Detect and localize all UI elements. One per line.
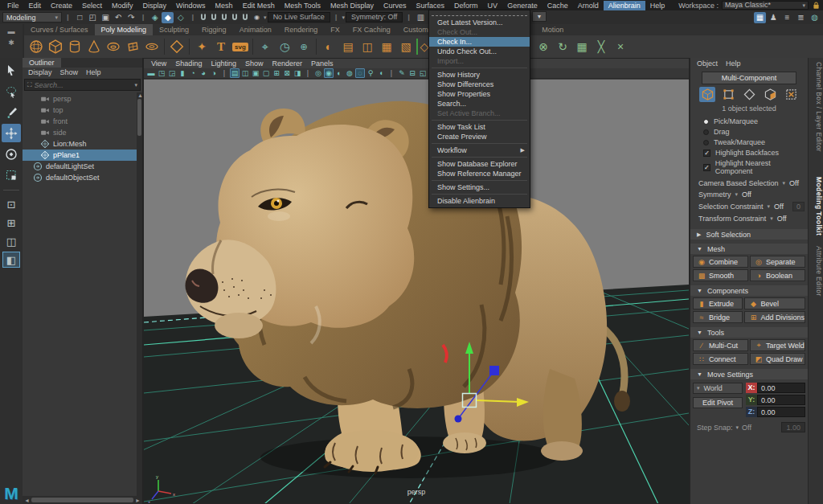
duplicate-shelf-icon[interactable]: ▤	[339, 38, 357, 55]
menu-item-disable-alienbrain[interactable]: Disable Alienbrain	[429, 196, 530, 206]
menu-item-create-preview[interactable]: Create Preview	[429, 132, 530, 141]
toggle-character-controls-icon[interactable]: ♟	[768, 12, 780, 23]
outliner-item-pplane1[interactable]: pPlane1	[23, 150, 142, 161]
isolate-select-icon[interactable]: ◐	[334, 68, 344, 78]
y-axis-field[interactable]: 0.00	[757, 395, 805, 405]
menu-item-show-database-explorer[interactable]: Show Database Explorer	[429, 159, 530, 169]
type-tool-icon[interactable]: T	[212, 38, 230, 55]
multi-cut-button[interactable]: ∕Multi-Cut	[693, 339, 748, 351]
chevron-down-icon[interactable]: ▾	[342, 14, 345, 21]
lock-icon[interactable]	[812, 1, 821, 10]
combine-shelf-icon[interactable]: ◐	[320, 38, 338, 55]
shelf-tab-curves-surfaces[interactable]: Curves / Surfaces	[24, 24, 95, 35]
live-surface-field[interactable]: No Live Surface	[268, 12, 330, 23]
svg-tool-icon[interactable]: svg	[231, 38, 249, 55]
extrude-button[interactable]: ▮Extrude	[693, 297, 743, 309]
menu-cache[interactable]: Cache	[543, 1, 573, 10]
grid-toggle-icon[interactable]: ⊟	[407, 68, 417, 78]
2d-pan-zoom-icon[interactable]: ◕	[199, 68, 208, 78]
outliner-search-input[interactable]	[35, 81, 133, 89]
camera-based-selection-dropdown[interactable]: Camera Based Selection▾Off	[690, 176, 808, 187]
divider[interactable]: ❙	[403, 14, 414, 21]
select-hierarchy-icon[interactable]: ◈	[149, 12, 161, 23]
scroll-up-icon[interactable]: ▲	[137, 92, 142, 98]
divider[interactable]: ❙	[187, 14, 198, 21]
platonic-solid-icon[interactable]	[168, 38, 186, 55]
select-component-icon[interactable]: ◇	[174, 12, 186, 23]
menu-tearoff-handle[interactable]	[432, 11, 527, 16]
lasso-tool[interactable]	[2, 82, 21, 100]
multi-component-button[interactable]: Multi-Component	[702, 72, 796, 84]
poly-plane-icon[interactable]	[124, 38, 141, 55]
menu-create[interactable]: Create	[46, 1, 77, 10]
outliner-item-top[interactable]: top	[23, 104, 142, 116]
poly-cube-icon[interactable]	[47, 38, 64, 55]
save-scene-icon[interactable]: ▣	[100, 12, 112, 23]
toggle-modeling-toolkit-icon[interactable]: ◍	[809, 12, 821, 23]
quad-remesh-icon[interactable]: ▦	[573, 38, 591, 55]
outliner-horizontal-scrollbar[interactable]: ◄ ►	[23, 496, 142, 504]
divider[interactable]: ❙	[138, 14, 149, 21]
axis-orientation-dropdown[interactable]: ▾World	[693, 383, 743, 394]
menu-alienbrain[interactable]: Alienbrain	[604, 1, 645, 10]
scroll-right-icon[interactable]: ►	[135, 498, 141, 503]
viewport-menu-view[interactable]: View	[147, 59, 170, 68]
outliner-tab[interactable]: Outliner	[23, 58, 61, 68]
snap-point-icon[interactable]	[219, 13, 229, 23]
outliner-menu-display[interactable]: Display	[25, 68, 55, 76]
motion-blur-icon[interactable]: ◨	[293, 68, 302, 78]
outliner-item-side[interactable]: side	[23, 127, 142, 138]
cut-tool-icon[interactable]: ╳	[592, 38, 610, 55]
rotate-tool[interactable]	[2, 145, 21, 163]
smooth-mesh-icon[interactable]: ▦	[378, 38, 395, 55]
shelf-tab-sculpting[interactable]: Sculpting	[153, 24, 195, 35]
shaded-icon[interactable]: ◫	[240, 68, 250, 78]
menu-item-search[interactable]: Search...	[429, 99, 530, 109]
transform-constraint-dropdown[interactable]: Transform Constraint▾Off	[690, 211, 808, 223]
separate-button[interactable]: ◎Separate	[750, 256, 805, 268]
menu-mesh-display[interactable]: Mesh Display	[326, 1, 379, 10]
menu-edit[interactable]: Edit	[24, 1, 47, 10]
layout-outliner-persp[interactable]: ◧	[2, 252, 20, 268]
smooth-button[interactable]: ▩Smooth	[693, 269, 748, 281]
bridge-button[interactable]: ≈Bridge	[693, 311, 743, 323]
shelf-tab-motion[interactable]: Motion	[535, 24, 570, 35]
menu-arnold[interactable]: Arnold	[573, 1, 604, 10]
make-live-icon[interactable]: ◉	[251, 12, 263, 23]
menu-deform[interactable]: Deform	[449, 1, 483, 10]
step-snap-row[interactable]: Step Snap: ▾ Off 1.00	[690, 417, 808, 432]
z-axis-field[interactable]: 0.00	[757, 407, 805, 417]
components-section[interactable]: ▼Components	[690, 285, 808, 296]
connect-button[interactable]: ∷Connect	[693, 353, 748, 365]
image-plane-icon[interactable]: ◔	[188, 68, 198, 78]
viewport-menu-renderer[interactable]: Renderer	[268, 59, 306, 68]
open-scene-icon[interactable]: ◰	[87, 12, 99, 23]
subdiv-surface-icon[interactable]: ▧	[397, 38, 415, 55]
chevron-down-icon[interactable]: ▾	[134, 82, 137, 88]
symmetry-dropdown[interactable]: Symmetry▾Off	[690, 187, 808, 199]
shelf-tab-fx-caching[interactable]: FX Caching	[346, 24, 397, 35]
object-mode-button[interactable]	[699, 87, 715, 102]
outliner-item-persp[interactable]: persp	[23, 93, 142, 104]
tweak-marquee-radio[interactable]: Tweak/Marquee	[690, 137, 808, 147]
origin-snap-icon[interactable]: ⊕	[295, 38, 313, 55]
vertex-mode-button[interactable]	[720, 87, 736, 102]
menu-item-show-history[interactable]: Show History	[429, 70, 530, 80]
divider[interactable]: ❙	[63, 14, 73, 21]
menu-generate[interactable]: Generate	[502, 1, 543, 10]
select-tool[interactable]	[2, 61, 21, 80]
joints-xray-icon[interactable]: ◌	[355, 68, 365, 78]
menu-uv[interactable]: UV	[483, 1, 503, 10]
move-tool[interactable]	[2, 124, 21, 142]
menu-display[interactable]: Display	[138, 1, 172, 10]
uv-mode-button[interactable]	[783, 87, 799, 102]
poly-torus-icon[interactable]	[104, 38, 122, 55]
redo-icon[interactable]: ↷	[125, 12, 137, 23]
menu-item-show-differences[interactable]: Show Differences	[429, 80, 530, 89]
soft-selection-section[interactable]: ▶Soft Selection	[690, 229, 808, 240]
symmetry-field[interactable]: Symmetry: Off	[346, 12, 403, 23]
wireframe-icon[interactable]: ▤	[230, 68, 240, 78]
divider[interactable]: ❙	[331, 14, 342, 21]
viewport-menu-shading[interactable]: Shading	[171, 59, 206, 68]
tab-modeling-toolkit[interactable]: Modeling Toolkit	[809, 177, 823, 236]
